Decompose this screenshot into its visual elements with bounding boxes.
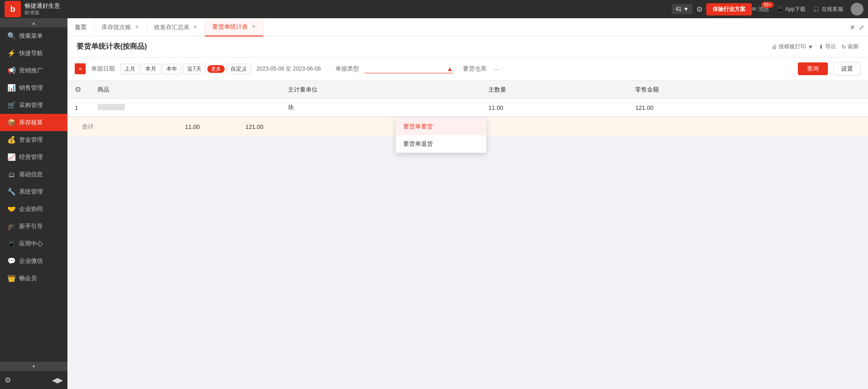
- filter-expand-btn[interactable]: »: [75, 63, 86, 74]
- filter-type-input[interactable]: [365, 64, 447, 73]
- filter-date-group: 上月 本月 本年 近7天 更多 自定义: [120, 64, 251, 74]
- top-bar-right: ✉ 消息 99+ 📱 App下载 🎧 在线客服: [752, 3, 863, 15]
- sidebar-scroll: 🔍 搜索菜单 ⚡ 快捷导航 📢 营销推广 📊 销售管理 🛒 采购管理: [0, 27, 67, 362]
- footer-label: 合计: [82, 123, 94, 131]
- sidebar-item-system[interactable]: 🔧 系统管理: [0, 183, 67, 200]
- cell-product: [90, 99, 281, 117]
- filter-type-dropdown-icon[interactable]: ▲: [447, 65, 453, 72]
- sidebar-item-label: 应用中心: [19, 240, 43, 248]
- message-btn[interactable]: ✉ 消息 99+: [752, 5, 769, 13]
- tab-extra: ✕ ⤢: [850, 24, 868, 31]
- filter-bar: » 单据日期 上月 本月 本年 近7天 更多 自定义 2023-05-06 至 …: [67, 57, 868, 81]
- date-label: 单据日期: [91, 65, 115, 73]
- top-bar-left: b 畅捷通好生意 标准版: [5, 1, 672, 17]
- tab-order-stats-label: 要货单统计表: [212, 23, 248, 31]
- marketing-icon: 📢: [7, 67, 15, 75]
- tab-order-stats[interactable]: 要货单统计表 ✕: [205, 18, 263, 36]
- print-dropdown-icon: ▼: [808, 44, 813, 50]
- sidebar-item-purchase[interactable]: 🛒 采购管理: [0, 97, 67, 114]
- export-btn[interactable]: ⬇ 导出: [819, 43, 836, 51]
- sidebar-item-label: 新手引导: [19, 222, 43, 230]
- online-service-btn[interactable]: 🎧 在线客服: [813, 5, 843, 13]
- online-service-label: 在线客服: [822, 5, 843, 13]
- date-last-month-btn[interactable]: 上月: [120, 64, 139, 74]
- sidebar-item-sales[interactable]: 📊 销售管理: [0, 79, 67, 97]
- chevron-down-icon: ▼: [683, 6, 689, 12]
- warehouse-input-dots[interactable]: ···: [494, 66, 499, 72]
- app-name: 畅捷通好生意: [25, 2, 60, 10]
- sidebar-item-label: 搜索菜单: [19, 32, 43, 40]
- sidebar-item-label: 经营管理: [19, 153, 43, 161]
- close-order-stats-icon[interactable]: ✕: [252, 24, 256, 30]
- col-quantity: 主数量: [481, 81, 628, 99]
- app-download-btn[interactable]: 📱 App下载: [776, 5, 806, 13]
- sidebar-item-label: 快捷导航: [19, 49, 43, 57]
- close-batch-account-icon[interactable]: ✕: [135, 24, 139, 30]
- sidebar-item-inventory[interactable]: 📦 库存核算: [0, 114, 67, 131]
- settings-icon[interactable]: ⚙: [696, 5, 703, 14]
- sidebar-item-label: 企业协同: [19, 205, 43, 213]
- close-collect-summary-icon[interactable]: ✕: [193, 24, 197, 30]
- date-more-btn[interactable]: 更多: [207, 65, 225, 73]
- data-table: ⚙ 商品 主计量单位 主数量 零售金额 1: [67, 81, 868, 117]
- sidebar-item-member[interactable]: 👑 畅会员: [0, 270, 67, 287]
- sidebar-item-guide[interactable]: 🎓 新手引导: [0, 218, 67, 235]
- filter-type-wrapper: ▲: [365, 64, 453, 73]
- sidebar-item-basic[interactable]: 🗂 基础信息: [0, 166, 67, 183]
- sidebar-item-marketing[interactable]: 📢 营销推广: [0, 62, 67, 79]
- sidebar: ▲ 🔍 搜索菜单 ⚡ 快捷导航 📢 营销推广 📊 销售管理: [0, 18, 67, 389]
- app-info: 畅捷通好生意 标准版: [25, 2, 60, 16]
- tab-batch-account[interactable]: 库存批次账 ✕: [94, 18, 147, 36]
- sidebar-item-finance[interactable]: 💰 资金管理: [0, 131, 67, 148]
- sidebar-scroll-up[interactable]: ▲: [0, 18, 67, 27]
- sales-icon: 📊: [7, 84, 15, 92]
- tab-maximize-icon[interactable]: ⤢: [859, 24, 864, 31]
- app-logo: b: [5, 1, 21, 17]
- date-7days-btn[interactable]: 近7天: [183, 64, 205, 74]
- wechat-icon: 💬: [7, 257, 15, 265]
- sidebar-item-label: 采购管理: [19, 101, 43, 109]
- user-avatar[interactable]: [851, 3, 863, 15]
- trial-button[interactable]: 体验行业方案: [706, 3, 752, 15]
- settings-bottom-icon[interactable]: ⚙: [5, 376, 11, 384]
- sidebar-item-cooperation[interactable]: 🤝 企业协同: [0, 200, 67, 218]
- sidebar-item-quick-nav[interactable]: ⚡ 快捷导航: [0, 45, 67, 62]
- sidebar-scroll-down[interactable]: ▼: [0, 362, 67, 371]
- table-settings-icon[interactable]: ⚙: [75, 86, 81, 93]
- sidebar-item-label: 资金管理: [19, 136, 43, 144]
- filter-settings-button[interactable]: 设置: [833, 62, 861, 76]
- service-icon: 🎧: [813, 6, 820, 12]
- sidebar-item-operation[interactable]: 📈 经营管理: [0, 148, 67, 166]
- print-label: 按模板打印: [779, 43, 806, 51]
- cell-unit: 块: [281, 99, 481, 117]
- query-button[interactable]: 查询: [798, 62, 828, 75]
- footer-amount: 121.00: [246, 123, 264, 130]
- app-center-icon: 📱: [7, 240, 15, 248]
- refresh-btn[interactable]: ↻ 刷新: [842, 43, 859, 51]
- message-badge: 99+: [761, 2, 774, 8]
- tab-collect-summary[interactable]: 收发存汇总表 ✕: [147, 18, 205, 36]
- operation-icon: 📈: [7, 153, 15, 161]
- print-btn[interactable]: 🖨 按模板打印 ▼: [771, 43, 813, 51]
- export-label: 导出: [825, 43, 836, 51]
- page-title: 要货单统计表(按商品): [77, 42, 147, 51]
- type-dropdown-menu: 要货单要货 要货单退货: [395, 118, 487, 153]
- sidebar-item-label: 系统管理: [19, 188, 43, 196]
- tab-close-all-icon[interactable]: ✕: [850, 24, 855, 31]
- dropdown-item-require-goods[interactable]: 要货单要货: [396, 118, 486, 135]
- sidebar-item-app-center[interactable]: 📱 应用中心: [0, 235, 67, 252]
- date-custom-btn[interactable]: 自定义: [226, 64, 251, 74]
- sidebar-item-wechat[interactable]: 💬 企业微信: [0, 252, 67, 270]
- date-this-year-btn[interactable]: 本年: [162, 64, 181, 74]
- download-icon: 📱: [776, 6, 783, 12]
- app-edition: 标准版: [25, 9, 60, 16]
- col-settings: ⚙: [67, 81, 90, 99]
- footer-quantity: 11.00: [185, 123, 200, 130]
- dropdown-item-require-return[interactable]: 要货单退货: [396, 135, 486, 153]
- collapse-sidebar-icon[interactable]: ◀▶: [52, 376, 63, 384]
- date-this-month-btn[interactable]: 本月: [141, 64, 160, 74]
- tab-home[interactable]: 首页: [67, 18, 94, 36]
- store-selector[interactable]: 41 ▼: [672, 4, 692, 14]
- sidebar-item-search[interactable]: 🔍 搜索菜单: [0, 27, 67, 45]
- inventory-icon: 📦: [7, 118, 15, 127]
